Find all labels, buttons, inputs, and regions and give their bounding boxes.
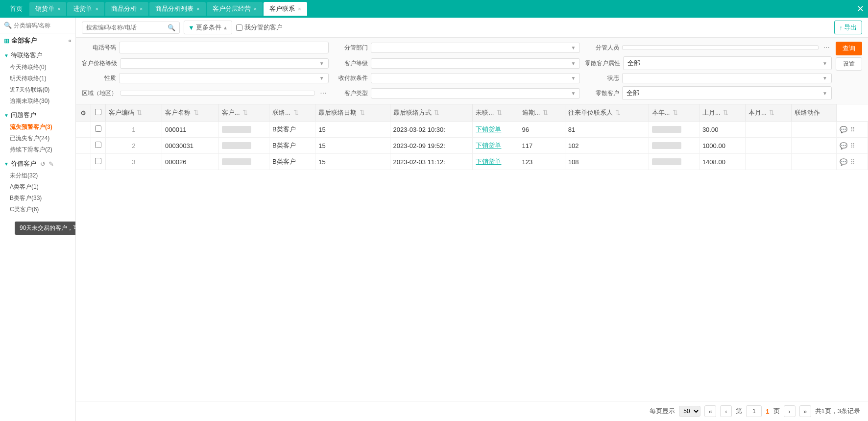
filter-retail-customer-select[interactable]: 全部 ▼ xyxy=(622,86,832,100)
tab-customer-contact-close[interactable]: × xyxy=(298,2,301,16)
th-last-method[interactable]: 最后联络方式 ⇅ xyxy=(390,104,473,122)
row-check[interactable] xyxy=(91,154,105,170)
filter-button[interactable]: ▼ 更多条件 ▲ xyxy=(184,21,232,34)
close-all-button[interactable]: ✕ xyxy=(857,3,864,14)
action-more-icon[interactable]: ⠿ xyxy=(850,126,855,133)
filter-dept-select[interactable]: ▼ xyxy=(371,43,580,53)
sidebar-root[interactable]: ⊞ 全部客户 « xyxy=(0,33,75,48)
toolbar-search-box[interactable]: 🔍 xyxy=(82,22,180,34)
th-overdue[interactable]: 逾期... ⇅ xyxy=(519,104,565,122)
row-last-method[interactable]: 下销货单 xyxy=(473,122,519,138)
sidebar-item-7days[interactable]: 近7天待联络(0) xyxy=(0,84,75,96)
action-chat-icon[interactable]: 💬 xyxy=(840,126,847,133)
row-last-method[interactable]: 下销货单 xyxy=(473,138,519,154)
th-check[interactable] xyxy=(91,104,105,122)
last-method-link[interactable]: 下销货单 xyxy=(476,158,501,165)
row-check[interactable] xyxy=(91,138,105,154)
tab-customer-contact[interactable]: 客户联系 × xyxy=(264,2,307,16)
action-chat-icon[interactable]: 💬 xyxy=(840,158,847,166)
row-checkbox[interactable] xyxy=(95,158,101,164)
first-page-btn[interactable]: « xyxy=(704,405,716,417)
th-this-month[interactable]: 本月... ⇅ xyxy=(746,104,792,122)
select-all-checkbox[interactable] xyxy=(95,109,101,115)
tab-analysis-list-close[interactable]: × xyxy=(196,2,199,16)
filter-nature-select[interactable]: ▼ xyxy=(119,73,329,83)
filter-payment-select[interactable]: ▼ xyxy=(371,73,580,83)
sidebar-group-value-title[interactable]: ▼ 价值客户 ↺ ✎ xyxy=(0,157,75,170)
filter-price-grade-select[interactable]: ▼ xyxy=(120,58,329,69)
export-button[interactable]: ↑ 导出 xyxy=(834,21,863,34)
action-chat-icon[interactable]: 💬 xyxy=(840,142,847,149)
sidebar-item-tomorrow[interactable]: 明天待联络(1) xyxy=(0,73,75,84)
my-customers-checkbox[interactable]: 我分管的客户 xyxy=(236,23,283,32)
tab-purchase[interactable]: 进货单 × xyxy=(67,2,104,16)
row-check[interactable] xyxy=(91,122,105,138)
row-actions[interactable]: 💬 ⠿ xyxy=(837,122,868,138)
edit-icon[interactable]: ✎ xyxy=(48,160,54,168)
tab-analysis-list[interactable]: 商品分析列表 × xyxy=(149,2,205,16)
sidebar-item-today[interactable]: 今天待联络(0) xyxy=(0,62,75,73)
filter-customer-grade-select[interactable]: ▼ xyxy=(371,58,580,69)
th-last-date[interactable]: 最后联络日期 ⇅ xyxy=(315,104,390,122)
filter-customer-type-select[interactable]: ▼ xyxy=(371,88,580,99)
sidebar-item-class-c[interactable]: C类客户(6) xyxy=(0,204,75,215)
filter-manager-more-btn[interactable]: ··· xyxy=(821,43,832,52)
th-this-year[interactable]: 本年... ⇅ xyxy=(649,104,699,122)
th-gear[interactable]: ⚙ xyxy=(76,104,91,122)
sidebar-search-icon[interactable]: 🔍 xyxy=(4,22,12,29)
table-container[interactable]: ⚙ 客户编码 ⇅ 客户名称 ⇅ 客户... ⇅ 联络... ⇅ 最后联络日期 ⇅… xyxy=(76,104,868,401)
tab-sales-close[interactable]: × xyxy=(57,2,60,16)
row-checkbox[interactable] xyxy=(95,142,101,148)
sidebar-item-class-a[interactable]: A类客户(1) xyxy=(0,181,75,193)
sidebar-item-overdue[interactable]: 逾期未联络(30) xyxy=(0,96,75,107)
last-method-link[interactable]: 下销货单 xyxy=(476,125,501,133)
tab-customer-layer[interactable]: 客户分层经营 × xyxy=(207,2,263,16)
tab-analysis-close[interactable]: × xyxy=(140,2,143,16)
tab-analysis[interactable]: 商品分析 × xyxy=(105,2,148,16)
row-actions[interactable]: 💬 ⠿ xyxy=(837,138,868,154)
next-page-btn[interactable]: › xyxy=(784,405,796,417)
refresh-icon[interactable]: ↺ xyxy=(40,160,46,168)
tab-home[interactable]: 首页 xyxy=(4,2,28,16)
tab-sales[interactable]: 销货单 × xyxy=(29,2,66,16)
per-page-select[interactable]: 50 xyxy=(679,406,700,417)
filter-region-select[interactable] xyxy=(120,91,315,96)
prev-page-btn[interactable]: ‹ xyxy=(720,405,732,417)
page-input[interactable] xyxy=(746,405,762,417)
filter-phone-input[interactable] xyxy=(119,42,329,53)
th-uncontacted[interactable]: 未联... ⇅ xyxy=(473,104,519,122)
sidebar-item-churned[interactable]: 已流失客户(24) xyxy=(0,133,75,144)
tab-purchase-close[interactable]: × xyxy=(95,2,98,16)
th-name[interactable]: 客户名称 ⇅ xyxy=(162,104,219,122)
action-more-icon[interactable]: ⠿ xyxy=(850,158,855,166)
th-last-month[interactable]: 上月... ⇅ xyxy=(699,104,745,122)
sidebar-item-churn-warning[interactable]: 流失预警客户(3) xyxy=(0,122,75,133)
collapse-btn[interactable]: « xyxy=(68,37,72,44)
search-input[interactable] xyxy=(86,24,166,31)
toolbar-search-icon[interactable]: 🔍 xyxy=(168,24,175,31)
row-actions[interactable]: 💬 ⠿ xyxy=(837,154,868,170)
sidebar-group-problem-title[interactable]: ▼ 问题客户 xyxy=(0,109,75,122)
row-last-method[interactable]: 下销货单 xyxy=(473,154,519,170)
action-more-icon[interactable]: ⠿ xyxy=(850,142,855,149)
sidebar-search-input[interactable] xyxy=(14,22,72,29)
filter-region-more-btn[interactable]: ··· xyxy=(318,89,328,98)
last-page-btn[interactable]: » xyxy=(799,405,811,417)
filter-retail-attr-select[interactable]: 全部 ▼ xyxy=(623,56,832,70)
row-checkbox[interactable] xyxy=(95,125,101,132)
th-contact[interactable]: 联络... ⇅ xyxy=(269,104,315,122)
th-person[interactable]: 往来单位联系人 ⇅ xyxy=(565,104,649,122)
tab-customer-layer-close[interactable]: × xyxy=(254,2,257,16)
last-method-link[interactable]: 下销货单 xyxy=(476,142,501,149)
query-button[interactable]: 查询 xyxy=(836,42,862,55)
filter-manager-select[interactable] xyxy=(622,45,818,50)
sidebar-item-class-b[interactable]: B类客户(33) xyxy=(0,193,75,204)
th-code[interactable]: 客户编码 ⇅ xyxy=(105,104,162,122)
th-type[interactable]: 客户... ⇅ xyxy=(218,104,269,122)
sidebar-item-declining[interactable]: 持续下滑客户(2) xyxy=(0,144,75,155)
sidebar-item-ungrouped[interactable]: 未分组(32) xyxy=(0,170,75,181)
sidebar-group-pending-title[interactable]: ▼ 待联络客户 xyxy=(0,49,75,62)
my-customers-check[interactable] xyxy=(236,25,242,31)
settings-button[interactable]: 设置 xyxy=(836,57,862,71)
filter-status-select[interactable]: ▼ xyxy=(622,73,832,83)
